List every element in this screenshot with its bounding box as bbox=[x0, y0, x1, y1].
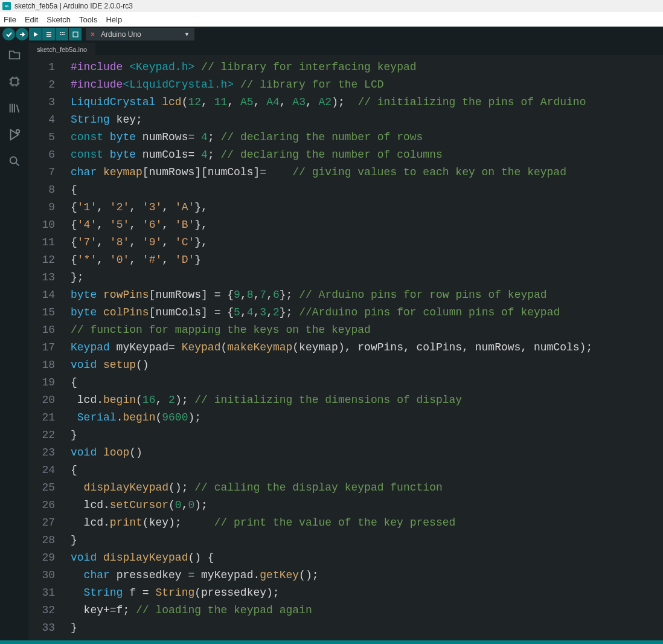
code-line[interactable]: 3LiquidCrystal lcd(12, 11, A5, A4, A3, A… bbox=[28, 94, 663, 111]
sidebar-sketchbook[interactable] bbox=[7, 48, 22, 62]
code-line[interactable]: 23void loop() bbox=[28, 444, 663, 462]
code-content: key+=f; // loading the keypad again bbox=[71, 602, 663, 619]
code-line[interactable]: 1#include <Keypad.h> // library for inte… bbox=[28, 59, 663, 76]
code-content: { bbox=[71, 181, 663, 199]
sidebar-boards[interactable] bbox=[7, 74, 22, 89]
code-content: const byte numCols= 4; // declaring the … bbox=[71, 146, 663, 164]
code-content: Serial.begin(9600); bbox=[71, 409, 663, 427]
verify-button[interactable] bbox=[2, 28, 15, 40]
svg-point-2 bbox=[63, 32, 65, 33]
line-number: 15 bbox=[28, 304, 71, 321]
code-content: { bbox=[71, 374, 663, 391]
code-line[interactable]: 24{ bbox=[28, 462, 663, 479]
code-line[interactable]: 20 lcd.begin(16, 2); // initializing the… bbox=[28, 391, 663, 409]
code-line[interactable]: 15byte colPins[numCols] = {5,4,3,2}; //A… bbox=[28, 304, 663, 321]
line-number: 14 bbox=[28, 286, 71, 304]
code-content: char keymap[numRows][numCols]= // giving… bbox=[71, 164, 663, 181]
code-line[interactable]: 28} bbox=[28, 532, 663, 549]
code-line[interactable]: 17Keypad myKeypad= Keypad(makeKeymap(key… bbox=[28, 339, 663, 356]
menubar: File Edit Sketch Tools Help bbox=[0, 12, 663, 27]
save-button[interactable] bbox=[69, 28, 82, 40]
svg-point-3 bbox=[60, 34, 61, 35]
code-line[interactable]: 7char keymap[numRows][numCols]= // givin… bbox=[28, 164, 663, 181]
line-number: 29 bbox=[28, 549, 71, 567]
folder-icon bbox=[8, 48, 21, 62]
line-number: 16 bbox=[28, 321, 71, 339]
code-line[interactable]: 26 lcd.setCursor(0,0); bbox=[28, 497, 663, 514]
menu-tools[interactable]: Tools bbox=[79, 15, 97, 24]
line-number: 31 bbox=[28, 584, 71, 602]
line-number: 28 bbox=[28, 532, 71, 549]
file-tab[interactable]: sketch_feb5a.ino bbox=[28, 43, 95, 55]
code-line[interactable]: 18void setup() bbox=[28, 356, 663, 374]
line-number: 13 bbox=[28, 269, 71, 286]
code-content: LiquidCrystal lcd(12, 11, A5, A4, A3, A2… bbox=[71, 94, 663, 111]
code-line[interactable]: 16// function for mapping the keys on th… bbox=[28, 321, 663, 339]
code-line[interactable]: 21 Serial.begin(9600); bbox=[28, 409, 663, 427]
code-line[interactable]: 22} bbox=[28, 427, 663, 444]
line-number: 25 bbox=[28, 479, 71, 497]
code-line[interactable]: 27 lcd.print(key); // print the value of… bbox=[28, 514, 663, 532]
code-content: {'4', '5', '6', 'B'}, bbox=[71, 216, 663, 234]
code-line[interactable]: 33} bbox=[28, 619, 663, 637]
sidebar-debug[interactable] bbox=[7, 127, 22, 142]
upload-button[interactable] bbox=[16, 28, 28, 40]
code-line[interactable]: 5const byte numRows= 4; // declaring the… bbox=[28, 129, 663, 146]
line-number: 18 bbox=[28, 356, 71, 374]
bars-icon bbox=[46, 31, 52, 37]
line-number: 3 bbox=[28, 94, 71, 111]
code-content: char pressedkey = myKeypad.getKey(); bbox=[71, 567, 663, 584]
play-icon bbox=[33, 31, 39, 37]
code-line[interactable]: 32 key+=f; // loading the keypad again bbox=[28, 602, 663, 619]
code-editor[interactable]: 1#include <Keypad.h> // library for inte… bbox=[28, 55, 663, 640]
code-line[interactable]: 14byte rowPins[numRows] = {9,8,7,6}; // … bbox=[28, 286, 663, 304]
line-number: 32 bbox=[28, 602, 71, 619]
code-content: void loop() bbox=[71, 444, 663, 462]
menu-edit[interactable]: Edit bbox=[25, 15, 38, 24]
debug-button[interactable] bbox=[29, 28, 42, 40]
code-line[interactable]: 8{ bbox=[28, 181, 663, 199]
sidebar-library[interactable] bbox=[7, 101, 22, 115]
line-number: 7 bbox=[28, 164, 71, 181]
new-button[interactable] bbox=[42, 28, 55, 40]
code-line[interactable]: 29void displayKeypad() { bbox=[28, 549, 663, 567]
line-number: 26 bbox=[28, 497, 71, 514]
code-content: #include<LiquidCrystal.h> // library for… bbox=[71, 76, 663, 94]
open-button[interactable] bbox=[56, 28, 68, 40]
code-line[interactable]: 2#include<LiquidCrystal.h> // library fo… bbox=[28, 76, 663, 94]
chip-icon bbox=[8, 75, 21, 88]
code-content: {'7', '8', '9', 'C'}, bbox=[71, 234, 663, 251]
code-line[interactable]: 19{ bbox=[28, 374, 663, 391]
code-content: byte rowPins[numRows] = {9,8,7,6}; // Ar… bbox=[71, 286, 663, 304]
menu-sketch[interactable]: Sketch bbox=[46, 15, 71, 24]
code-line[interactable]: 12{'*', '0', '#', 'D'} bbox=[28, 251, 663, 269]
code-content: Keypad myKeypad= Keypad(makeKeymap(keyma… bbox=[71, 339, 663, 356]
code-line[interactable]: 11{'7', '8', '9', 'C'}, bbox=[28, 234, 663, 251]
code-line[interactable]: 6const byte numCols= 4; // declaring the… bbox=[28, 146, 663, 164]
activity-bar bbox=[0, 42, 28, 640]
check-icon bbox=[5, 31, 13, 38]
sidebar-search[interactable] bbox=[7, 154, 22, 169]
code-content: const byte numRows= 4; // declaring the … bbox=[71, 129, 663, 146]
line-number: 1 bbox=[28, 59, 71, 76]
line-number: 6 bbox=[28, 146, 71, 164]
tabbar: sketch_feb5a.ino bbox=[28, 42, 663, 55]
arrow-right-icon bbox=[19, 31, 26, 38]
code-line[interactable]: 31 String f = String(pressedkey); bbox=[28, 584, 663, 602]
menu-help[interactable]: Help bbox=[106, 15, 122, 24]
code-line[interactable]: 25 displayKeypad(); // calling the displ… bbox=[28, 479, 663, 497]
code-content: #include <Keypad.h> // library for inter… bbox=[71, 59, 663, 76]
code-line[interactable]: 30 char pressedkey = myKeypad.getKey(); bbox=[28, 567, 663, 584]
code-content: { bbox=[71, 462, 663, 479]
menu-file[interactable]: File bbox=[4, 15, 16, 24]
svg-point-8 bbox=[16, 130, 19, 134]
line-number: 5 bbox=[28, 129, 71, 146]
svg-rect-7 bbox=[11, 79, 18, 85]
editor-area: sketch_feb5a.ino 1#include <Keypad.h> //… bbox=[28, 42, 663, 640]
code-line[interactable]: 13}; bbox=[28, 269, 663, 286]
board-selector[interactable]: × Arduino Uno ▼ bbox=[86, 28, 194, 40]
code-line[interactable]: 9{'1', '2', '3', 'A'}, bbox=[28, 199, 663, 216]
books-icon bbox=[8, 101, 21, 115]
code-line[interactable]: 4String key; bbox=[28, 111, 663, 129]
code-line[interactable]: 10{'4', '5', '6', 'B'}, bbox=[28, 216, 663, 234]
